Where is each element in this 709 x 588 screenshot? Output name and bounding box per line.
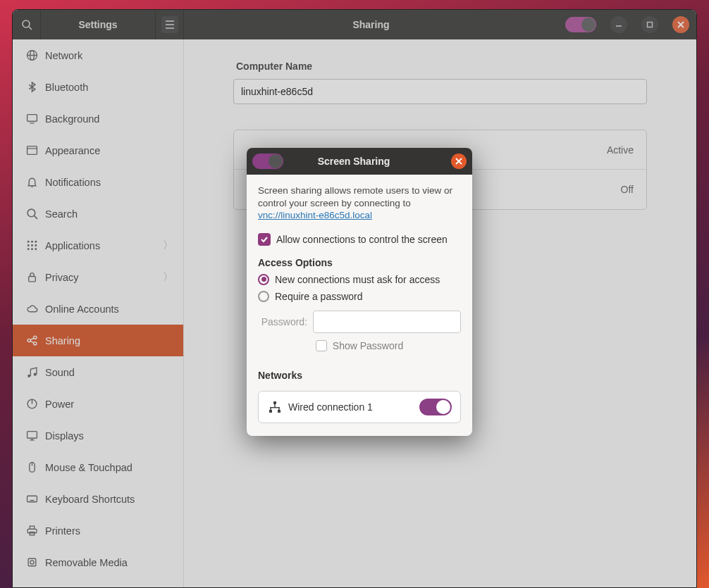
keyboard-icon — [23, 493, 41, 505]
sidebar-item-sharing[interactable]: Sharing — [13, 325, 183, 356]
svg-rect-28 — [28, 276, 35, 281]
maximize-button[interactable] — [641, 16, 658, 33]
allow-control-checkbox[interactable] — [258, 233, 271, 246]
computer-name-input[interactable] — [233, 79, 647, 104]
sidebar-item-label: Mouse & Touchpad — [41, 462, 173, 473]
hamburger-icon — [165, 20, 175, 29]
titlebar: Settings Sharing — [13, 10, 696, 39]
sidebar-item-label: Bluetooth — [41, 82, 173, 93]
sidebar-item-keyboard-shortcuts[interactable]: Keyboard Shortcuts — [13, 483, 183, 515]
dialog-close-button[interactable] — [451, 154, 467, 169]
svg-point-0 — [23, 20, 30, 27]
sidebar-item-label: Removable Media — [41, 557, 173, 568]
radio-ask[interactable] — [258, 274, 269, 285]
show-password-row[interactable]: Show Password — [258, 340, 461, 351]
sidebar-item-online-accounts[interactable]: Online Accounts — [13, 293, 183, 325]
hamburger-button[interactable] — [155, 10, 183, 39]
svg-line-33 — [30, 341, 34, 342]
svg-rect-58 — [270, 407, 271, 410]
apps-icon — [23, 239, 41, 251]
sidebar-item-displays[interactable]: Displays — [13, 420, 183, 451]
svg-rect-57 — [270, 407, 280, 408]
printer-icon — [23, 525, 41, 537]
sidebar-item-label: Privacy — [41, 272, 163, 283]
svg-point-19 — [27, 241, 29, 243]
svg-point-26 — [31, 248, 33, 250]
minimize-button[interactable] — [610, 16, 627, 33]
bell-icon — [23, 176, 41, 188]
svg-rect-54 — [269, 410, 272, 413]
svg-rect-12 — [27, 115, 37, 122]
sidebar: NetworkBluetoothBackgroundAppearanceNoti… — [13, 39, 184, 587]
sidebar-item-label: Online Accounts — [41, 304, 173, 315]
dialog-header: Screen Sharing — [247, 148, 472, 175]
chevron-right-icon: 〉 — [163, 239, 173, 252]
sidebar-item-label: Sharing — [41, 335, 173, 346]
svg-rect-41 — [27, 496, 37, 502]
svg-rect-48 — [30, 532, 34, 535]
svg-rect-55 — [278, 410, 280, 413]
computer-name-label: Computer Name — [236, 61, 647, 72]
sidebar-item-label: Notifications — [41, 177, 173, 188]
display-icon — [23, 430, 41, 442]
sidebar-item-label: Search — [41, 208, 173, 220]
sidebar-item-mouse-touchpad[interactable]: Mouse & Touchpad — [13, 451, 183, 483]
sidebar-item-label: Appearance — [41, 145, 173, 156]
sidebar-item-privacy[interactable]: Privacy〉 — [13, 261, 183, 293]
svg-rect-14 — [27, 146, 37, 155]
svg-point-23 — [31, 244, 33, 246]
sidebar-item-appearance[interactable]: Appearance — [13, 135, 183, 166]
svg-rect-56 — [274, 404, 276, 407]
screen-sharing-toggle[interactable] — [252, 154, 283, 169]
radio-ask-row[interactable]: New connections must ask for access — [258, 274, 461, 285]
sharing-master-toggle[interactable] — [565, 17, 596, 32]
sidebar-item-network[interactable]: Network — [13, 39, 183, 71]
svg-point-29 — [27, 339, 30, 342]
dialog-body: Screen sharing allows remote users to vi… — [247, 175, 472, 436]
sidebar-item-applications[interactable]: Applications〉 — [13, 230, 183, 261]
sidebar-item-label: Sound — [41, 367, 173, 378]
vnc-link[interactable]: vnc://linuxhint-e86c5d.local — [258, 210, 372, 220]
radio-password-label: Require a password — [275, 291, 363, 302]
share-icon — [23, 334, 41, 346]
sidebar-item-notifications[interactable]: Notifications — [13, 166, 183, 198]
network-toggle[interactable] — [419, 399, 452, 415]
svg-rect-47 — [30, 526, 34, 529]
radio-password-row[interactable]: Require a password — [258, 291, 461, 302]
sidebar-item-background[interactable]: Background — [13, 103, 183, 135]
service-row-status: Off — [621, 184, 634, 195]
screen-sharing-dialog: Screen Sharing Screen sharing allows rem… — [247, 148, 472, 436]
access-options-heading: Access Options — [258, 257, 461, 268]
close-button[interactable] — [672, 16, 689, 33]
svg-point-24 — [35, 244, 37, 246]
sidebar-item-label: Applications — [41, 240, 163, 251]
password-input[interactable] — [313, 311, 461, 333]
svg-rect-59 — [278, 407, 280, 410]
radio-password[interactable] — [258, 291, 269, 302]
search-icon — [21, 19, 32, 30]
svg-rect-36 — [27, 432, 37, 439]
mouse-icon — [23, 461, 41, 473]
bluetooth-icon — [23, 81, 41, 93]
close-icon — [455, 158, 462, 165]
allow-control-row[interactable]: Allow connections to control the screen — [258, 233, 461, 246]
svg-point-25 — [27, 248, 29, 250]
password-label: Password: — [258, 316, 307, 327]
sidebar-item-label: Power — [41, 399, 173, 410]
show-password-checkbox[interactable] — [316, 340, 327, 351]
minimize-icon — [615, 21, 622, 28]
sidebar-item-search[interactable]: Search — [13, 198, 183, 230]
sidebar-item-removable-media[interactable]: Removable Media — [13, 546, 183, 578]
sidebar-item-power[interactable]: Power — [13, 388, 183, 420]
sidebar-item-printers[interactable]: Printers — [13, 515, 183, 546]
search-button[interactable] — [13, 10, 41, 39]
password-row: Password: — [258, 311, 461, 333]
music-icon — [23, 366, 41, 378]
dialog-title: Screen Sharing — [257, 156, 451, 167]
sidebar-item-sound[interactable]: Sound — [13, 356, 183, 388]
svg-point-21 — [35, 241, 37, 243]
svg-point-17 — [27, 209, 35, 217]
titlebar-right — [558, 10, 696, 39]
sidebar-item-bluetooth[interactable]: Bluetooth — [13, 71, 183, 103]
svg-rect-53 — [273, 401, 276, 404]
